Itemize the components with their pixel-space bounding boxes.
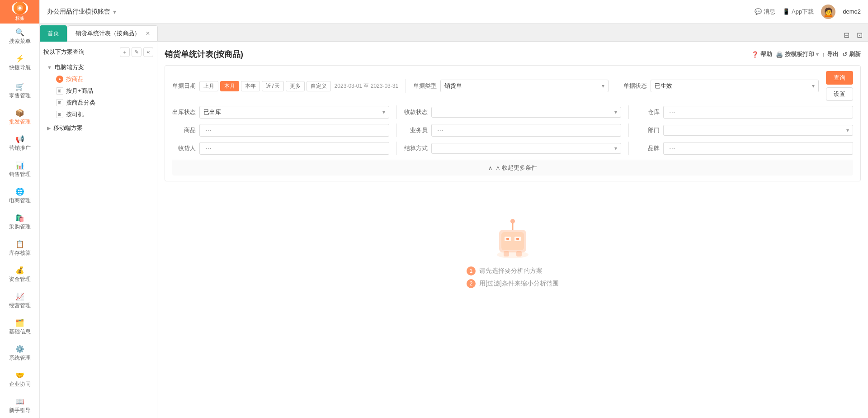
warehouse-control: ··· xyxy=(663,106,853,119)
collapse-panel-btn[interactable]: « xyxy=(143,47,153,57)
sidebar-item-marketing[interactable]: 📢 营销推广 xyxy=(0,130,39,157)
sidebar-item-ecommerce[interactable]: 🌐 电商管理 xyxy=(0,183,39,209)
svg-rect-6 xyxy=(506,238,509,240)
sidebar-item-sales[interactable]: 📊 销售管理 xyxy=(0,157,39,183)
settlement-select[interactable]: ▾ xyxy=(431,143,621,154)
collapse-icon: ∧ xyxy=(488,165,493,171)
system-icon: ⚙️ xyxy=(15,345,24,353)
page-title-text: 销货单统计表(按商品) xyxy=(165,49,243,60)
svg-rect-7 xyxy=(516,238,519,240)
user-avatar[interactable]: 🙍 xyxy=(821,5,835,19)
empty-state: 1 请先选择要分析的方案 2 用[过滤]条件来缩小分析范围 xyxy=(165,187,861,319)
add-scheme-btn[interactable]: ＋ xyxy=(120,47,130,57)
receiptstatus-select[interactable]: ▾ xyxy=(431,107,621,118)
tree-mobile-node[interactable]: ▶ 移动端方案 xyxy=(43,122,153,134)
svg-rect-10 xyxy=(504,251,509,256)
tree-by-month-product[interactable]: ⊞ 按月+商品 xyxy=(52,85,153,97)
export-btn[interactable]: ↑ 导出 xyxy=(822,50,839,58)
tree-arrow-icon: ▼ xyxy=(47,65,52,70)
date-btn-custom[interactable]: 自定义 xyxy=(307,81,331,91)
sidebar-item-nav[interactable]: ⚡ 快捷导航 xyxy=(0,50,39,76)
sidebar-item-retail[interactable]: 🛒 零售管理 xyxy=(0,78,39,104)
topbar-message[interactable]: 💬 消息 xyxy=(755,8,775,16)
receiver-dots[interactable]: ··· xyxy=(205,144,211,152)
step-num-1: 1 xyxy=(467,266,476,276)
filter-receiptstatus-field: 收款状态 ▾ xyxy=(404,107,621,118)
print-btn[interactable]: 🖨️ 按模板打印 ▾ xyxy=(776,50,819,58)
collapse-btn[interactable]: ∧ ∧ 收起更多条件 xyxy=(172,160,853,176)
sidebar-item-finance[interactable]: 💰 资金管理 xyxy=(0,261,39,288)
nav-icon: ⚡ xyxy=(15,54,24,63)
settings-btn[interactable]: 设置 xyxy=(826,87,853,101)
date-btn-this-year[interactable]: 本年 xyxy=(241,81,260,91)
sidebar-item-inventory[interactable]: 📋 库存核算 xyxy=(0,235,39,261)
refresh-btn[interactable]: ↺ 刷新 xyxy=(842,50,861,58)
sales-icon: 📊 xyxy=(15,161,24,170)
outstatus-select[interactable]: 已出库 ▾ xyxy=(199,106,389,119)
department-select[interactable]: ▾ xyxy=(663,125,853,136)
sidebar-item-wholesale[interactable]: 📦 批发管理 xyxy=(0,104,39,130)
help-btn[interactable]: ❓ 帮助 xyxy=(751,50,772,58)
date-btn-last-month[interactable]: 上月 xyxy=(199,81,218,91)
basic-icon: 🗂️ xyxy=(15,318,24,327)
department-label: 部门 xyxy=(636,126,663,134)
date-range-text: 2023-03-01 至 2023-03-31 xyxy=(335,82,398,90)
docstatus-select[interactable]: 已生效 ▾ xyxy=(651,80,819,92)
sidebar-item-operation[interactable]: 📈 经营管理 xyxy=(0,288,39,314)
brand-dots[interactable]: ··· xyxy=(669,144,675,152)
tab-home[interactable]: 首页 xyxy=(40,25,67,42)
topbar-title: 办公用品行业模拟账套 ▾ xyxy=(47,8,747,16)
date-btn-this-month[interactable]: 本月 xyxy=(220,81,239,91)
print-dropdown-icon[interactable]: ▾ xyxy=(816,52,819,57)
date-btn-7days[interactable]: 近7天 xyxy=(262,81,284,91)
query-btn[interactable]: 查询 xyxy=(826,71,853,85)
topbar-message-label: 消息 xyxy=(764,8,775,16)
tree-by-category[interactable]: ⊞ 按商品分类 xyxy=(52,97,153,109)
page-title-actions: ❓ 帮助 🖨️ 按模板打印 ▾ ↑ 导出 ↺ 刷新 xyxy=(751,50,861,58)
date-btn-more[interactable]: 更多 xyxy=(286,81,305,91)
empty-step-2: 2 用[过滤]条件来缩小分析范围 xyxy=(467,279,559,288)
sidebar-label-search: 搜索菜单 xyxy=(9,38,31,45)
topbar-app-download[interactable]: 📱 App下载 xyxy=(783,8,814,16)
tree-desktop-node[interactable]: ▼ 电脑端方案 xyxy=(43,62,153,73)
settlement-label: 结算方式 xyxy=(404,144,431,152)
sidebar-label-purchase: 采购管理 xyxy=(9,223,31,231)
tree-by-product[interactable]: ● 按商品 xyxy=(52,73,153,85)
edit-scheme-btn[interactable]: ✎ xyxy=(132,47,142,57)
operation-icon: 📈 xyxy=(15,292,24,301)
sidebar-item-enterprise[interactable]: 🤝 企业协同 xyxy=(0,366,39,393)
outstatus-arrow: ▾ xyxy=(382,109,385,115)
tab-sales-stat[interactable]: 销货单统计表（按商品） ✕ xyxy=(68,25,158,42)
tab-close-icon[interactable]: ✕ xyxy=(146,30,150,37)
tree-by-driver-label: 按司机 xyxy=(66,110,84,119)
sidebar-item-basic[interactable]: 🗂️ 基础信息 xyxy=(0,314,39,340)
filter-brand-field: 品牌 ··· xyxy=(636,142,853,155)
sidebar-label-enterprise: 企业协同 xyxy=(9,380,31,388)
sidebar-item-search[interactable]: 🔍 搜索菜单 xyxy=(0,24,39,50)
filter-receiver-field: 收货人 ··· xyxy=(172,142,389,155)
driver-icon: ⊞ xyxy=(56,111,63,118)
help-label: 帮助 xyxy=(760,50,772,58)
sidebar-item-purchase[interactable]: 🛍️ 采购管理 xyxy=(0,209,39,235)
product-dots[interactable]: ··· xyxy=(205,126,211,134)
inventory-icon: 📋 xyxy=(15,240,24,248)
sidebar-item-system[interactable]: ⚙️ 系统管理 xyxy=(0,340,39,366)
doctype-label: 单据类型 xyxy=(413,82,440,90)
topbar-username[interactable]: demo2 xyxy=(843,8,861,15)
salesperson-dots[interactable]: ··· xyxy=(437,126,443,134)
topbar-dropdown-arrow[interactable]: ▾ xyxy=(113,8,116,15)
page-title-row: 销货单统计表(按商品) ❓ 帮助 🖨️ 按模板打印 ▾ ↑ 导出 xyxy=(165,49,861,60)
date-range: 上月 本月 本年 近7天 更多 自定义 2023-03-01 至 2023-03… xyxy=(199,81,398,91)
doctype-select[interactable]: 销货单 ▾ xyxy=(440,80,609,92)
settlement-arrow: ▾ xyxy=(614,145,617,152)
window-maximize-icon[interactable]: ⊡ xyxy=(855,29,864,41)
guide-icon: 📖 xyxy=(15,397,24,406)
tree-by-driver[interactable]: ⊞ 按司机 xyxy=(52,109,153,120)
window-minimize-icon[interactable]: ⊟ xyxy=(842,29,851,41)
filter-row-1: 单据日期 上月 本月 本年 近7天 更多 自定义 2023-03-01 至 20… xyxy=(172,71,853,101)
sidebar-item-guide[interactable]: 📖 新手引导 xyxy=(0,393,39,418)
warehouse-dots[interactable]: ··· xyxy=(669,108,675,116)
brand-control: ··· xyxy=(663,142,853,155)
divider-5 xyxy=(396,124,397,137)
tree-children: ● 按商品 ⊞ 按月+商品 ⊞ 按商品分类 ⊞ 按司机 xyxy=(43,73,153,120)
